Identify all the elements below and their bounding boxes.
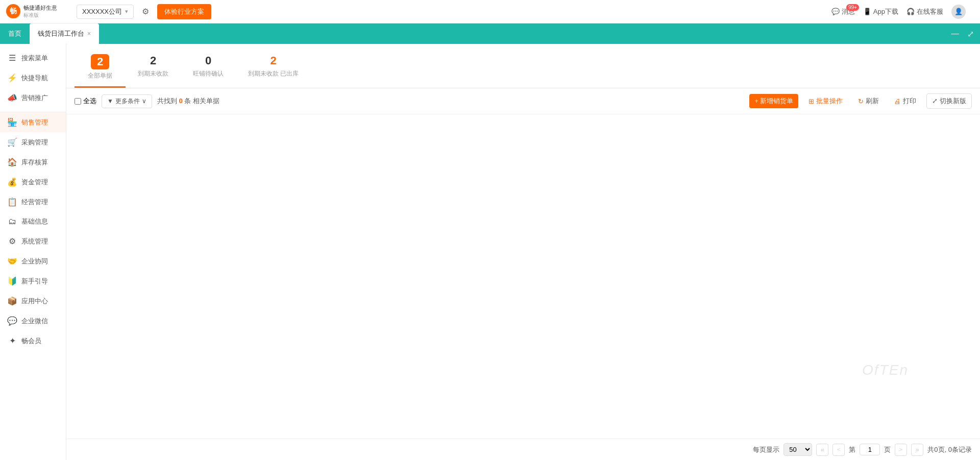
table-area: [66, 114, 980, 439]
tab-home[interactable]: 首页: [0, 23, 30, 44]
sidebar-enterprise-coop-label: 企业协同: [21, 257, 48, 266]
print-button[interactable]: 🖨 打印: [889, 94, 921, 108]
per-page-select[interactable]: 50 100 200: [783, 443, 812, 456]
total-info: 共0页, 0条记录: [927, 445, 972, 454]
stat-num-pending: 0: [205, 54, 211, 67]
sidebar-item-purchase[interactable]: 🛒 采购管理: [0, 132, 66, 152]
app-name: 畅捷通好生意: [23, 4, 57, 11]
online-service-button[interactable]: 🎧 在线客服: [906, 7, 943, 16]
sidebar-item-business[interactable]: 📋 经营管理: [0, 192, 66, 212]
stat-label-pending: 旺铺待确认: [193, 69, 224, 78]
sidebar-item-inventory[interactable]: 🏠 库存核算: [0, 152, 66, 172]
sidebar-item-system[interactable]: ⚙ 系统管理: [0, 231, 66, 251]
app-download-label: App下载: [873, 7, 898, 16]
sidebar-beginner-label: 新手引导: [21, 277, 48, 286]
message-icon: 💬: [831, 8, 840, 15]
switch-version-button[interactable]: ⤢ 切换新版: [926, 93, 972, 109]
logo-icon: 畅: [6, 4, 20, 18]
sidebar-item-capital[interactable]: 💰 资金管理: [0, 172, 66, 192]
sidebar-inventory-label: 库存核算: [21, 158, 48, 167]
sidebar-item-marketing[interactable]: 📣 营销推广: [0, 88, 66, 108]
sidebar-item-baseinfo[interactable]: 🗂 基础信息: [0, 212, 66, 231]
stat-tab-shipped[interactable]: 2 到期未收款 已出库: [236, 50, 311, 88]
empty-state: [66, 114, 980, 439]
next-page-button[interactable]: ＞: [895, 444, 907, 456]
last-page-button[interactable]: »: [911, 444, 923, 456]
sidebar-appcenter-label: 应用中心: [21, 297, 48, 306]
add-sales-label: + 新增销货单: [754, 96, 793, 106]
tab-bar-right: — ⤢: [949, 27, 980, 41]
print-label: 打印: [903, 96, 916, 106]
member-icon: ✦: [7, 336, 17, 346]
sidebar-item-sales[interactable]: 🏪 销售管理: [0, 112, 66, 132]
stat-tab-pending[interactable]: 0 旺铺待确认: [181, 50, 236, 88]
content-area: 2 全部单据 2 到期未收款 0 旺铺待确认 2 到期未收款 已出库 全选: [66, 44, 980, 460]
avatar[interactable]: 👤: [951, 5, 966, 19]
sidebar-sales-label: 销售管理: [21, 118, 48, 127]
settings-button[interactable]: ⚙: [138, 4, 153, 19]
tab-close-icon[interactable]: ×: [87, 30, 91, 37]
purchase-icon: 🛒: [7, 137, 17, 147]
pagination: 每页显示 50 100 200 « ＜ 第 页 ＞ » 共0页, 0条记录: [66, 439, 980, 460]
beginner-icon: 🔰: [7, 276, 17, 286]
found-prefix: 共找到: [157, 97, 177, 105]
sidebar-item-beginner[interactable]: 🔰 新手引导: [0, 271, 66, 291]
appcenter-icon: 📦: [7, 296, 17, 306]
select-all-checkbox[interactable]: 全选: [75, 96, 96, 106]
company-selector[interactable]: XXXXXX公司 ▾: [77, 5, 134, 19]
stat-tab-all[interactable]: 2 全部单据: [75, 50, 126, 88]
trial-button[interactable]: 体验行业方案: [157, 4, 211, 19]
company-name: XXXXXX公司: [82, 7, 122, 16]
message-button[interactable]: 💬 消息 99+: [831, 7, 855, 16]
add-sales-button[interactable]: + 新增销货单: [749, 94, 798, 108]
related-label: 相关单据: [193, 97, 219, 105]
baseinfo-icon: 🗂: [7, 217, 17, 226]
first-page-button[interactable]: «: [816, 444, 828, 456]
maximize-button[interactable]: ⤢: [965, 27, 976, 41]
batch-button[interactable]: ⊞ 批量操作: [803, 94, 848, 108]
online-service-label: 在线客服: [917, 7, 943, 16]
stat-label-all: 全部单据: [88, 71, 112, 80]
select-all-input[interactable]: [75, 98, 81, 105]
sales-icon: 🏪: [7, 117, 17, 127]
sidebar: ☰ 搜索菜单 ⚡ 快捷导航 📣 营销推广 🏪 销售管理 🛒 采购管理 🏠 库存核…: [0, 44, 66, 460]
sidebar-item-appcenter[interactable]: 📦 应用中心: [0, 291, 66, 311]
refresh-label: 刷新: [866, 96, 879, 106]
batch-label: 批量操作: [816, 96, 843, 106]
sidebar-baseinfo-label: 基础信息: [21, 217, 48, 226]
sidebar-item-enterprise-wechat[interactable]: 💬 企业微信: [0, 311, 66, 331]
system-icon: ⚙: [7, 236, 17, 246]
capital-icon: 💰: [7, 177, 17, 187]
search-icon: ☰: [7, 53, 17, 63]
enterprise-wechat-icon: 💬: [7, 316, 17, 326]
stats-tabs: 2 全部单据 2 到期未收款 0 旺铺待确认 2 到期未收款 已出库: [66, 44, 980, 88]
page-input[interactable]: [860, 444, 880, 455]
sidebar-item-search[interactable]: ☰ 搜索菜单: [0, 48, 66, 68]
filter-button[interactable]: ▼ 更多条件 ∨: [102, 94, 152, 108]
message-badge: 99+: [846, 4, 859, 11]
tab-home-label: 首页: [8, 29, 21, 38]
refresh-icon: ↻: [858, 98, 864, 105]
sidebar-quicknav-label: 快捷导航: [21, 74, 48, 83]
sidebar-item-enterprise-coop[interactable]: 🤝 企业协同: [0, 251, 66, 271]
filter-label: 更多条件: [115, 97, 140, 106]
stat-num-overdue: 2: [150, 54, 156, 67]
refresh-button[interactable]: ↻ 刷新: [853, 94, 884, 108]
marketing-icon: 📣: [7, 93, 17, 103]
toolbar-left: 全选 ▼ 更多条件 ∨ 共找到 0 条 相关单据: [75, 94, 743, 108]
per-page-label: 每页显示: [753, 445, 779, 454]
sidebar-marketing-label: 营销推广: [21, 93, 48, 103]
prev-page-button[interactable]: ＜: [832, 444, 845, 456]
minimize-button[interactable]: —: [949, 27, 961, 40]
main-layout: ☰ 搜索菜单 ⚡ 快捷导航 📣 营销推广 🏪 销售管理 🛒 采购管理 🏠 库存核…: [0, 44, 980, 460]
sidebar-item-member[interactable]: ✦ 畅会员: [0, 331, 66, 351]
gear-icon: ⚙: [142, 7, 149, 16]
inventory-icon: 🏠: [7, 157, 17, 167]
tab-bar: 首页 钱货日清工作台 × — ⤢: [0, 23, 980, 44]
sidebar-item-quicknav[interactable]: ⚡ 快捷导航: [0, 68, 66, 88]
tab-workbench[interactable]: 钱货日清工作台 ×: [30, 23, 99, 44]
app-download-button[interactable]: 📱 App下载: [863, 7, 898, 16]
stat-tab-overdue[interactable]: 2 到期未收款: [126, 50, 181, 88]
enterprise-coop-icon: 🤝: [7, 256, 17, 266]
sidebar-purchase-label: 采购管理: [21, 138, 48, 147]
